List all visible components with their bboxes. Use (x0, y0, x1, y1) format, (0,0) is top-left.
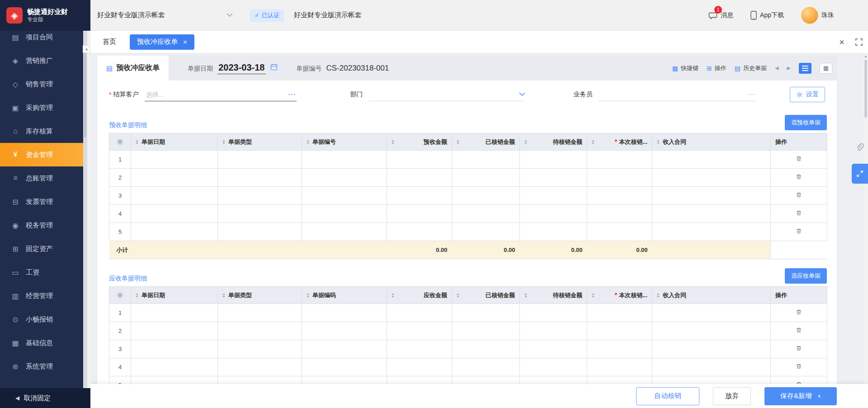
sort-icon[interactable] (457, 140, 459, 144)
sidebar-item-inventory[interactable]: ⌂库存核算 (0, 119, 83, 143)
sidebar-item-purchase[interactable]: ▣采购管理 (0, 96, 83, 119)
cell[interactable] (302, 205, 387, 223)
cell[interactable] (302, 187, 387, 205)
cell[interactable] (387, 187, 452, 205)
sidebar-item-marketing[interactable]: ◈营销推广 (0, 49, 83, 72)
app-download-button[interactable]: App下载 (750, 11, 784, 20)
cell[interactable] (302, 322, 387, 340)
sidebar-item-invoice[interactable]: ⊟发票管理 (0, 190, 83, 213)
select-prepay-docs-button[interactable]: 选预收单据 (785, 115, 827, 130)
cell[interactable] (652, 187, 771, 205)
cell[interactable] (387, 205, 452, 223)
cell[interactable] (387, 322, 452, 340)
sort-icon[interactable] (307, 293, 309, 298)
cell[interactable] (302, 169, 387, 187)
col-doc-no[interactable]: 单据编号 (302, 133, 387, 151)
customer-more-icon[interactable]: ⋯ (287, 90, 297, 98)
sidebar-item-operations[interactable]: ▥经营管理 (0, 284, 83, 308)
cell[interactable] (452, 358, 520, 376)
close-tab-icon[interactable]: × (183, 38, 187, 46)
prev-doc-icon[interactable]: ◀ (775, 65, 778, 71)
cell[interactable] (652, 304, 771, 322)
cell[interactable] (652, 358, 771, 376)
sort-icon[interactable] (657, 293, 660, 298)
cell[interactable] (652, 340, 771, 358)
delete-row-icon[interactable] (796, 327, 802, 333)
delete-row-icon[interactable] (796, 363, 802, 370)
cell[interactable] (520, 304, 587, 322)
col-receivable-amount[interactable]: 应收金额 (387, 287, 452, 304)
sidebar-item-payroll[interactable]: ▭工资 (0, 261, 83, 284)
cell[interactable] (452, 151, 520, 169)
cell[interactable] (587, 358, 652, 376)
column-settings-button[interactable] (109, 133, 131, 151)
cell[interactable] (131, 151, 218, 169)
sidebar-item-general-ledger[interactable]: ≡总账管理 (0, 166, 83, 190)
cell[interactable] (387, 304, 452, 322)
cell[interactable] (302, 358, 387, 376)
cell[interactable] (218, 223, 302, 241)
sort-icon[interactable] (392, 293, 394, 298)
cell[interactable] (131, 304, 218, 322)
delete-row-icon[interactable] (796, 174, 802, 180)
sidebar-scrollbar-thumb[interactable] (84, 52, 86, 138)
sort-icon[interactable] (392, 140, 394, 144)
cell[interactable] (587, 340, 652, 358)
salesman-input[interactable] (599, 90, 747, 99)
sort-icon[interactable] (222, 140, 225, 144)
attachment-icon[interactable] (855, 143, 864, 155)
sort-icon[interactable] (136, 293, 138, 298)
cell[interactable] (131, 187, 218, 205)
salesman-more-icon[interactable]: ⋯ (747, 90, 757, 98)
cell[interactable] (520, 151, 587, 169)
col-income-contract[interactable]: 收入合同 (652, 133, 771, 151)
cell[interactable] (131, 358, 218, 376)
cell[interactable] (302, 304, 387, 322)
cell[interactable] (520, 322, 587, 340)
cell[interactable] (218, 358, 302, 376)
cell[interactable] (387, 358, 452, 376)
tab-prepay-offset[interactable]: 预收冲应收单 × (130, 34, 194, 50)
cell[interactable] (387, 340, 452, 358)
cell[interactable] (452, 322, 520, 340)
sort-icon[interactable] (222, 293, 225, 298)
cell[interactable] (520, 187, 587, 205)
cell[interactable] (218, 151, 302, 169)
cell[interactable] (452, 187, 520, 205)
cell[interactable] (652, 322, 771, 340)
sidebar-item-tax[interactable]: ◉税务管理 (0, 213, 83, 237)
sidebar-scrollbar[interactable] (83, 31, 87, 388)
unpin-sidebar-button[interactable]: ◀ 取消固定 (0, 388, 90, 408)
cell[interactable] (387, 223, 452, 241)
cell[interactable] (587, 151, 652, 169)
col-doc-type[interactable]: 单据类型 (218, 287, 302, 304)
cell[interactable] (218, 304, 302, 322)
cell[interactable] (452, 304, 520, 322)
grid-view-toggle[interactable]: ▦ (820, 63, 832, 74)
cell[interactable] (131, 322, 218, 340)
cell[interactable] (131, 169, 218, 187)
cell[interactable] (520, 223, 587, 241)
discard-button[interactable]: 放弃 (713, 387, 751, 405)
chevron-down-icon[interactable] (519, 92, 525, 96)
main-scrollbar[interactable]: ▲ (863, 53, 868, 384)
col-current-writeoff[interactable]: *本次核销... (587, 133, 652, 151)
sidebar-item-basic-info[interactable]: ▦基础信息 (0, 331, 83, 355)
col-writtenoff-amount[interactable]: 已核销金额 (452, 133, 520, 151)
cell[interactable] (218, 322, 302, 340)
cell[interactable] (652, 151, 771, 169)
cell[interactable] (652, 223, 771, 241)
sort-icon[interactable] (592, 140, 594, 144)
delete-row-icon[interactable] (796, 156, 802, 162)
scroll-up-icon[interactable]: ▲ (863, 54, 868, 58)
sidebar-item-expense[interactable]: ⊙小畅报销 (0, 308, 83, 331)
cell[interactable] (218, 169, 302, 187)
col-doc-date[interactable]: 单据日期 (131, 133, 218, 151)
cell[interactable] (302, 151, 387, 169)
sidebar-item-fixed-assets[interactable]: ⊞固定资产 (0, 237, 83, 261)
cell[interactable] (652, 205, 771, 223)
cell[interactable] (587, 304, 652, 322)
sort-icon[interactable] (524, 293, 527, 298)
calendar-icon[interactable] (270, 63, 278, 71)
cell[interactable] (652, 169, 771, 187)
